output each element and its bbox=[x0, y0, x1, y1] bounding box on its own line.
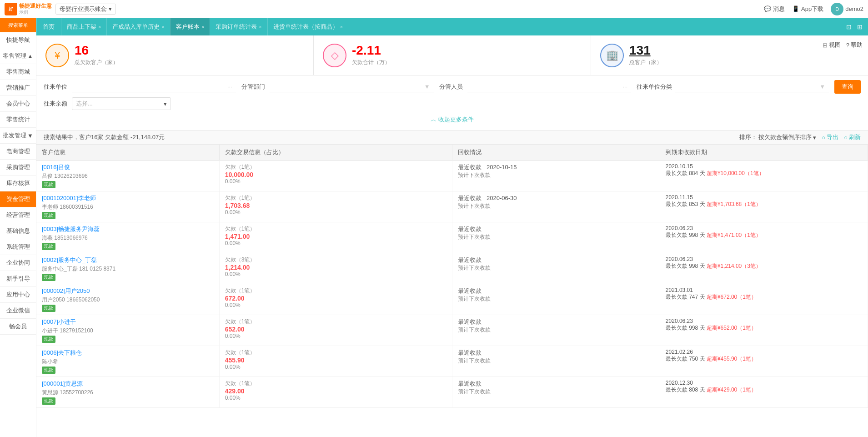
sidebar-item-system[interactable]: 系统管理 bbox=[0, 239, 36, 255]
debt-amount-4[interactable]: 672.00 bbox=[225, 295, 447, 302]
sidebar-item-marketing[interactable]: 营销推广 bbox=[0, 80, 36, 96]
recent-pay-label-1: 最近收款 bbox=[458, 195, 482, 201]
tab-home[interactable]: 首页 bbox=[36, 18, 61, 35]
user-area[interactable]: D demo2 bbox=[831, 3, 863, 15]
tab-products-off[interactable]: 商品上下架 × bbox=[61, 18, 106, 35]
recent-pay-6: 最近收款 bbox=[458, 349, 654, 357]
message-btn[interactable]: 💬 消息 bbox=[764, 5, 785, 13]
customer-phone-3: 服务中心_丁磊 181 0125 8371 bbox=[42, 265, 214, 273]
app-download-btn[interactable]: 📱 App下载 bbox=[792, 5, 823, 13]
help-btn[interactable]: ? 帮助 bbox=[846, 41, 863, 49]
sidebar-item-finance[interactable]: 资金管理 bbox=[0, 191, 36, 207]
overdue-text-2[interactable]: 超期¥1,471.00（1笔） bbox=[707, 232, 761, 238]
sidebar-item-basic[interactable]: 基础信息 bbox=[0, 223, 36, 239]
sidebar-item-ecommerce[interactable]: 电商管理 bbox=[0, 144, 36, 160]
message-icon: 💬 bbox=[764, 5, 771, 12]
recent-pay-label-5: 最近收款 bbox=[458, 318, 482, 325]
tab-incoming-stats[interactable]: 进货单统计表（按商品） × bbox=[267, 18, 348, 35]
tab-close-production-history[interactable]: × bbox=[161, 24, 164, 30]
overdue-text-5[interactable]: 超期¥652.00（1笔） bbox=[707, 325, 757, 331]
sidebar-item-inventory[interactable]: 库存核算 bbox=[0, 176, 36, 191]
collapse-btn[interactable]: ︿ 收起更多条件 bbox=[44, 114, 861, 126]
cell-recovery-0: 最近收款 2020-10-15 预计下次收款 bbox=[452, 161, 660, 191]
export-btn[interactable]: ○ 导出 bbox=[822, 133, 838, 141]
sidebar-item-retail-mgmt[interactable]: 零售管理 ▲ bbox=[0, 48, 36, 64]
overdue-text-6[interactable]: 超期¥455.90（1笔） bbox=[707, 356, 757, 362]
sidebar-item-enterprise[interactable]: 企业协同 bbox=[0, 255, 36, 271]
sidebar-item-quick-nav[interactable]: 快捷导航 bbox=[0, 32, 36, 48]
debt-amount-2[interactable]: 1,471.00 bbox=[225, 233, 447, 240]
tab-customer-account[interactable]: 客户账本 × bbox=[170, 18, 210, 35]
overdue-text-7[interactable]: 超期¥429.00（1笔） bbox=[707, 387, 757, 393]
tab-bar: 首页 商品上下架 × 产成品入库单历史 × 客户账本 × 采购订单统计表 × 进… bbox=[36, 18, 868, 35]
debt-count-4: 欠款（1笔） bbox=[225, 287, 447, 295]
filter-unit-class-select[interactable]: ▼ bbox=[675, 81, 829, 92]
collapse-icon: ︿ bbox=[431, 116, 437, 123]
customer-phone-7: 黄思源 13552700226 bbox=[42, 389, 214, 397]
customer-name-6[interactable]: [0006]去下粮仓 bbox=[42, 349, 214, 357]
cell-due-5: 2020.06.23 最长欠款 998 天 超期¥652.00（1笔） bbox=[660, 315, 868, 346]
store-selector[interactable]: 母婴行业演示账套 ▾ bbox=[55, 4, 116, 15]
sidebar-item-member[interactable]: 会员中心 bbox=[0, 96, 36, 112]
view-btn[interactable]: ⊞ 视图 bbox=[823, 41, 841, 49]
customer-name-7[interactable]: [000001]黄思源 bbox=[42, 380, 214, 388]
tab-maximize-btn[interactable]: ⊞ bbox=[855, 22, 864, 31]
overdue-text-3[interactable]: 超期¥1,214.00（3笔） bbox=[707, 263, 761, 269]
sort-selector[interactable]: 排序： 按欠款金额倒序排序 ▾ bbox=[739, 133, 816, 141]
view-label: 视图 bbox=[829, 41, 841, 49]
filter-dept-select[interactable]: ▼ bbox=[270, 81, 434, 92]
user-avatar: D bbox=[831, 3, 843, 15]
cell-due-7: 2020.12.30 最长欠款 808 天 超期¥429.00（1笔） bbox=[660, 377, 868, 408]
tab-close-customer-account[interactable]: × bbox=[201, 24, 204, 30]
sidebar-item-appcenter[interactable]: 应用中心 bbox=[0, 287, 36, 303]
sidebar-item-wechat[interactable]: 企业微信 bbox=[0, 303, 36, 319]
overdue-text-4[interactable]: 超期¥672.00（1笔） bbox=[707, 294, 757, 300]
debt-amount-0[interactable]: 10,000.00 bbox=[225, 171, 447, 178]
overdue-text-1[interactable]: 超期¥1,703.68（1笔） bbox=[707, 201, 761, 207]
customer-name-5[interactable]: [0007]小进干 bbox=[42, 318, 214, 326]
overdue-text-0[interactable]: 超期¥10,000.00（1笔） bbox=[707, 170, 764, 176]
table-container: 客户信息 欠款交易信息（占比） 回收情况 到期未收款日期 bbox=[36, 145, 868, 437]
stats-bar: ¥ 16 总欠款客户（家） ◇ -2.11 欠款合计（万） 🏢 131 总客户（… bbox=[36, 35, 868, 75]
customer-tag-7: 现款 bbox=[42, 397, 55, 405]
debt-amount-6[interactable]: 455.90 bbox=[225, 357, 447, 364]
tab-production-history[interactable]: 产成品入库单历史 × bbox=[106, 18, 170, 35]
tab-close-products-off[interactable]: × bbox=[98, 24, 101, 30]
sidebar-item-newbie[interactable]: 新手引导 bbox=[0, 271, 36, 287]
debt-amount-1[interactable]: 1,703.68 bbox=[225, 202, 447, 209]
customer-name-4[interactable]: [000002]用户2050 bbox=[42, 287, 214, 295]
debt-amount-5[interactable]: 652.00 bbox=[225, 326, 447, 333]
sidebar-item-retail-store[interactable]: 零售商城 bbox=[0, 64, 36, 80]
sidebar-item-purchase[interactable]: 采购管理 bbox=[0, 160, 36, 176]
sidebar-search[interactable]: 搜索菜单 bbox=[0, 18, 36, 32]
due-date-5: 2020.06.23 bbox=[666, 318, 862, 324]
customer-name-2[interactable]: [0003]畅捷服务尹海蕊 bbox=[42, 225, 214, 233]
debt-amount-3[interactable]: 1,214.00 bbox=[225, 264, 447, 271]
debt-amount-7[interactable]: 429.00 bbox=[225, 387, 447, 395]
filter-balance-select[interactable]: 选择... ▾ bbox=[72, 97, 171, 110]
sidebar-item-batch-mgmt[interactable]: 批发管理 ▼ bbox=[0, 128, 36, 144]
sidebar-item-retail-stats[interactable]: 零售统计 bbox=[0, 112, 36, 128]
cell-recovery-3: 最近收款 预计下次收款 bbox=[452, 253, 660, 284]
search-button[interactable]: 查询 bbox=[834, 80, 861, 94]
sidebar-item-vip[interactable]: 畅会员 bbox=[0, 319, 36, 335]
tab-close-incoming-stats[interactable]: × bbox=[340, 24, 343, 30]
logo-subtitle: 示例 bbox=[19, 10, 52, 15]
filter-from-unit-input[interactable]: ··· bbox=[72, 81, 236, 92]
filter-from-unit-label: 往来单位 bbox=[44, 83, 69, 91]
cell-debt-5: 欠款（1笔） 652.00 0.00% bbox=[219, 315, 452, 346]
recent-pay-label-3: 最近收款 bbox=[458, 256, 482, 263]
filter-person-input[interactable]: ··· bbox=[467, 81, 632, 92]
customer-name-0[interactable]: [0016]吕俊 bbox=[42, 163, 214, 171]
debt-pct-1: 0.00% bbox=[225, 209, 447, 216]
tab-purchase-stats[interactable]: 采购订单统计表 × bbox=[210, 18, 267, 35]
data-table: 客户信息 欠款交易信息（占比） 回收情况 到期未收款日期 bbox=[36, 145, 868, 408]
cell-debt-6: 欠款（1笔） 455.90 0.00% bbox=[219, 346, 452, 377]
customer-name-1[interactable]: [0001020001]李老师 bbox=[42, 194, 214, 202]
sidebar-item-ops[interactable]: 经营管理 bbox=[0, 207, 36, 223]
customer-name-3[interactable]: [0002]服务中心_丁磊 bbox=[42, 256, 214, 264]
refresh-btn[interactable]: ○ 刷新 bbox=[844, 133, 861, 141]
filter-person-label: 分管人员 bbox=[439, 83, 465, 91]
tab-close-purchase-stats[interactable]: × bbox=[259, 24, 261, 30]
tab-restore-btn[interactable]: ⊡ bbox=[844, 22, 853, 31]
